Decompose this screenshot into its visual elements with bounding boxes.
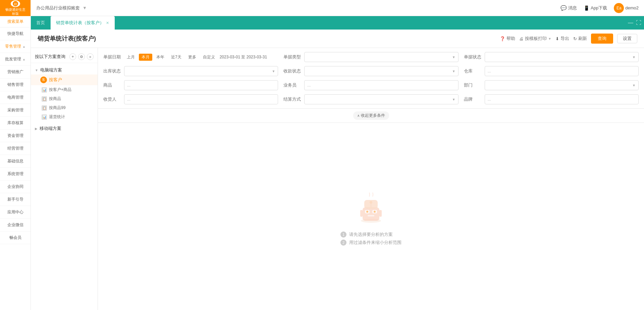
empty-hint-2: 2 用过滤条件来缩小分析范围 (340, 240, 401, 246)
out-status-select[interactable]: ▼ (124, 66, 278, 76)
sidebar-item-sales[interactable]: 销售管理 (0, 79, 31, 91)
collapse-label: 收起更多条件 (361, 113, 385, 118)
table2-icon: 📋 (42, 105, 47, 111)
sidebar-item-app-center[interactable]: 应用中心 (0, 206, 31, 219)
collapse-button[interactable]: ∧ 收起更多条件 (353, 111, 389, 120)
dept-select[interactable]: ▼ (485, 80, 639, 90)
export-icon: ⬇ (555, 36, 559, 41)
sidebar-item-vip[interactable]: 畅会员 (0, 231, 31, 244)
scheme-item-by-customer[interactable]: 客 按客户 (31, 74, 98, 85)
retail-arrow-icon: ▲ (22, 45, 25, 48)
sidebar-item-inventory[interactable]: 库存核算 (0, 117, 31, 130)
salesperson-placeholder: ... (307, 83, 311, 88)
sidebar-item-ecommerce[interactable]: 电商管理 (0, 91, 31, 104)
refresh-icon: ↻ (573, 36, 577, 41)
date-range-display: 2023-03-01 至 2023-03-31 (220, 54, 267, 60)
user-item[interactable]: Ea demo2 (614, 3, 639, 13)
app-download-item[interactable]: 📱 App下载 (584, 5, 607, 11)
sidebar-item-enterprise[interactable]: 企业协同 (0, 180, 31, 193)
out-status-chevron-icon: ▼ (272, 69, 275, 73)
payment-status-label: 收款状态 (283, 68, 302, 74)
export-action[interactable]: ⬇ 导出 (555, 36, 569, 42)
svg-rect-13 (364, 200, 378, 209)
sidebar-item-retail[interactable]: 零售管理 ▲ (0, 40, 31, 53)
filter-date-item: 单据日期 上月 本月 本年 近7天 更多 自定义 2023-03-01 至 20… (103, 54, 278, 61)
settings-button[interactable]: 设置 (617, 34, 637, 43)
date-tab-more[interactable]: 更多 (185, 54, 199, 61)
recipient-label: 收货人 (103, 96, 122, 102)
logo-text: 畅捷通好生意 (5, 8, 25, 12)
message-item[interactable]: 💬 消息 (560, 5, 577, 11)
chart-icon: 📊 (42, 87, 47, 93)
sidebar-item-operations[interactable]: 经营管理 (0, 142, 31, 155)
warehouse-select[interactable]: ... (485, 66, 639, 76)
export-label: 导出 (560, 36, 569, 42)
sidebar-item-system[interactable]: 系统管理 (0, 168, 31, 180)
svg-rect-8 (368, 215, 374, 216)
tab-minimize-icon[interactable]: — (628, 20, 633, 26)
doc-status-select[interactable]: ▼ (485, 52, 639, 62)
filter-salesperson-item: 业务员 ... (283, 80, 458, 90)
sidebar-item-wholesale[interactable]: 批发管理 ▲ (0, 53, 31, 66)
refresh-label: 刷新 (578, 36, 587, 42)
print-icon: 🖨 (519, 36, 524, 41)
customer-icon: 客 (40, 76, 47, 83)
sidebar-item-quick-nav[interactable]: 快捷导航 (0, 28, 31, 40)
tab-sales-stats[interactable]: 销货单统计表（按客户） ✕ (51, 16, 115, 30)
sidebar: 好 畅捷通好生意 标版 搜索菜单 快捷导航 零售管理 ▲ 批发管理 ▲ 营销推广… (0, 0, 31, 310)
payment-method-select[interactable]: ▼ (304, 94, 458, 104)
recipient-select[interactable]: ... (124, 94, 278, 104)
date-tab-custom[interactable]: 自定义 (200, 54, 218, 61)
page-actions: ❓ 帮助 🖨 按模板打印 ▼ ⬇ 导出 ↻ 刷新 查询 设置 (500, 34, 637, 44)
scheme-item-by-customer-label: 按客户 (49, 77, 62, 83)
date-tab-last-month[interactable]: 上月 (124, 54, 138, 61)
sidebar-item-basic-info[interactable]: 基础信息 (0, 155, 31, 168)
page-header: 销货单统计表(按客户) ❓ 帮助 🖨 按模板打印 ▼ ⬇ 导出 ↻ 刷新 (31, 30, 644, 48)
collapse-bar[interactable]: ∧ 收起更多条件 (98, 109, 644, 123)
scheme-group-pc-header[interactable]: ▼ 电脑端方案 (31, 66, 98, 74)
date-tab-7days[interactable]: 近7天 (168, 54, 184, 61)
app-subtitle: 标版 (12, 12, 19, 16)
svg-point-6 (366, 211, 368, 213)
sidebar-search[interactable]: 搜索菜单 (0, 16, 31, 28)
out-status-label: 出库状态 (103, 68, 122, 74)
salesperson-select[interactable]: ... (304, 80, 458, 90)
scheme-item-by-goods[interactable]: 📋 按商品 (31, 94, 98, 103)
help-label: 帮助 (506, 36, 515, 42)
help-action[interactable]: ❓ 帮助 (500, 36, 515, 42)
tab-maximize-icon[interactable]: ⛶ (636, 20, 641, 26)
payment-status-select[interactable]: ▼ (304, 66, 458, 76)
date-tab-this-year[interactable]: 本年 (154, 54, 167, 61)
doc-type-label: 单据类型 (283, 54, 302, 60)
scheme-collapse-btn[interactable]: « (87, 53, 94, 60)
dept-label: 部门 (464, 82, 483, 88)
industry-dropdown-icon[interactable]: ▼ (83, 5, 87, 10)
tab-close-icon[interactable]: ✕ (106, 21, 109, 25)
empty-hint-1: 1 请先选择要分析的方案 (340, 231, 401, 238)
sidebar-item-marketing[interactable]: 营销推广 (0, 66, 31, 79)
svg-point-7 (374, 211, 376, 213)
scheme-add-btn[interactable]: + (69, 53, 76, 60)
tab-home[interactable]: 首页 (31, 16, 51, 30)
sidebar-item-finance[interactable]: 资金管理 (0, 130, 31, 142)
goods-select[interactable]: ... (124, 80, 278, 90)
scheme-item-by-customer-goods[interactable]: 📊 按客户+商品 (31, 85, 98, 94)
scheme-settings-btn[interactable]: ⚙ (78, 53, 85, 60)
hint-text-2: 用过滤条件来缩小分析范围 (349, 240, 401, 246)
scheme-item-return-stats[interactable]: 📊 退货统计 (31, 112, 98, 121)
scheme-item-return-stats-label: 退货统计 (49, 114, 65, 120)
sidebar-item-newcomer[interactable]: 新手引导 (0, 193, 31, 206)
doc-status-chevron-icon: ▼ (632, 55, 636, 59)
brand-select[interactable]: ... (485, 94, 639, 104)
doc-type-select[interactable]: ▼ (304, 52, 458, 62)
date-tab-this-month[interactable]: 本月 (139, 54, 152, 61)
sidebar-item-enterprise-wechat[interactable]: 企业微信 (0, 219, 31, 231)
query-button[interactable]: 查询 (591, 34, 613, 44)
refresh-action[interactable]: ↻ 刷新 (573, 36, 587, 42)
scheme-group-mobile-header[interactable]: ▶ 移动端方案 (31, 124, 98, 133)
date-range-text: 2023-03-01 至 2023-03-31 (220, 54, 267, 60)
sidebar-item-purchase[interactable]: 采购管理 (0, 104, 31, 117)
scheme-item-by-goods-99[interactable]: 📋 按商品99 (31, 103, 98, 112)
print-action[interactable]: 🖨 按模板打印 ▼ (519, 36, 551, 42)
hint-num-2: 2 (340, 240, 346, 246)
